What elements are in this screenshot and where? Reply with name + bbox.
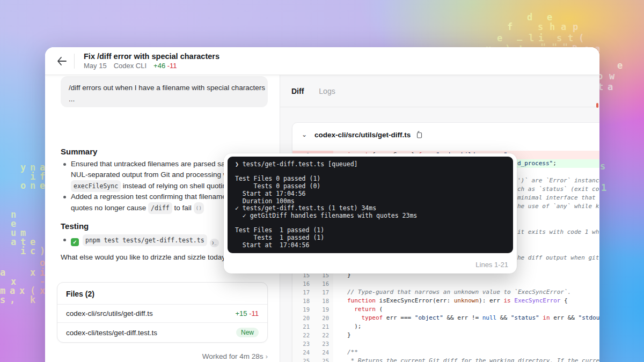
old-line-number: 19 xyxy=(292,305,314,314)
new-file-badge: New xyxy=(236,328,259,337)
old-line-number: 20 xyxy=(292,314,314,322)
code-line xyxy=(333,279,347,288)
file-path: codex-cli/tests/get-diff.test.ts xyxy=(66,329,157,337)
diff-panel-tabs: Diff Logs xyxy=(280,75,599,107)
code-token: minimal interface that xyxy=(517,194,596,201)
file-diffstat: +15 -11 xyxy=(236,309,259,317)
new-line-number: 24 xyxy=(314,348,333,357)
task-date: May 15 xyxy=(84,62,107,70)
new-line-number: 19 xyxy=(314,305,333,314)
copy-icon[interactable] xyxy=(415,131,422,138)
bullet-text: quotes no longer cause xyxy=(71,204,148,212)
code-token: ); xyxy=(347,323,362,330)
new-line-number: 25 xyxy=(314,357,333,362)
file-row[interactable]: codex-cli/tests/get-diff.test.tsNew xyxy=(57,323,267,342)
inline-code-chip: /diff xyxy=(148,202,172,214)
window-header: Fix /diff error with special characters … xyxy=(45,47,599,75)
old-line-number: 17 xyxy=(292,288,314,297)
bullet-item: Added a regression test confirming that … xyxy=(63,191,245,214)
tab-logs[interactable]: Logs xyxy=(319,87,335,95)
code-token: return xyxy=(354,306,376,313)
code-line-fragment: minimal interface that xyxy=(517,194,596,202)
diff-row: 1818function isExecSyncError(err: unknow… xyxy=(292,297,599,305)
bullet-item: ✓pnpm test tests/get-diff.test.ts❯_ xyxy=(63,234,219,247)
code-token: d_process" xyxy=(517,160,553,167)
code-token: "status" xyxy=(511,314,539,321)
old-line-number: 21 xyxy=(292,322,314,331)
code-line xyxy=(333,339,347,348)
code-token: ExecSyncError xyxy=(514,297,560,304)
code-token: he diff output when git xyxy=(517,254,599,261)
code-line: } xyxy=(333,331,351,339)
code-line: typeof err === "object" && err != null &… xyxy=(333,314,599,322)
testing-heading: Testing xyxy=(61,221,89,231)
code-token: && err != xyxy=(443,314,482,321)
chevron-right-icon: › xyxy=(266,352,268,360)
code-line-fragment: d_process"; xyxy=(517,159,557,168)
title-block: Fix /diff error with special characters … xyxy=(84,52,219,70)
bullet-text: to fail xyxy=(172,204,194,212)
back-arrow-icon xyxy=(56,56,67,66)
back-button[interactable] xyxy=(55,54,69,68)
new-line-number: 18 xyxy=(314,297,333,305)
code-line-fragment: it exits with code 1 wh xyxy=(517,228,599,237)
code-token: null xyxy=(482,314,497,321)
terminal-output: ❯ tests/get-diff.test.ts [queued] Test F… xyxy=(228,157,513,253)
header-divider xyxy=(74,54,75,69)
code-token: ( xyxy=(376,306,383,313)
new-line-number: 17 xyxy=(314,288,333,297)
code-token: err && xyxy=(550,314,579,321)
worked-for-link[interactable]: Worked for 4m 28s› xyxy=(202,352,268,360)
bullet-lines: ✓pnpm test tests/get-diff.test.ts❯_ xyxy=(71,234,219,247)
diff-file-header[interactable]: ⌄ codex-cli/src/utils/get-diff.ts xyxy=(292,123,599,146)
code-token: && xyxy=(496,314,511,321)
diff-file-name: codex-cli/src/utils/get-diff.ts xyxy=(314,131,411,139)
code-line-fragment: ')` are `Error` instance xyxy=(517,176,599,185)
code-token: in xyxy=(543,314,550,321)
code-line-fragment: he use of `any` while k xyxy=(517,202,599,211)
old-line-number: 22 xyxy=(292,331,314,339)
files-card-title: Files (2) xyxy=(57,283,267,305)
code-token: function xyxy=(347,297,376,304)
code-line: function isExecSyncError(err: unknown): … xyxy=(333,297,568,305)
file-row[interactable]: codex-cli/src/utils/get-diff.ts+15 -11 xyxy=(57,305,267,323)
user-message-line1: /diff errors out when I have a filename … xyxy=(69,82,260,93)
code-token: it exits with code 1 wh xyxy=(517,228,599,235)
diff-row: 2525 * Returns the current Git diff for … xyxy=(292,357,599,362)
bullet-text: instead of relying on shell quoting xyxy=(121,182,230,190)
code-token: isExecSyncError(err: xyxy=(376,297,454,304)
code-token: "object" xyxy=(415,314,443,321)
code-token: typeof xyxy=(362,314,383,321)
code-token: ): err xyxy=(479,297,503,304)
file-path: codex-cli/src/utils/get-diff.ts xyxy=(66,309,153,317)
diff-row: 2222} xyxy=(292,331,599,339)
bullet-dot xyxy=(63,196,66,198)
code-token: he use of `any` while k xyxy=(517,203,599,210)
bullet-lines: Added a regression test confirming that … xyxy=(71,191,245,214)
new-line-number: 22 xyxy=(314,331,333,339)
code-token: ')` are `Error` instance xyxy=(517,177,599,184)
code-line: // Type-guard that narrows an unknown va… xyxy=(333,288,571,297)
code-token xyxy=(347,314,362,321)
diff-row: 1616 xyxy=(292,279,599,288)
tab-diff[interactable]: Diff xyxy=(291,87,304,95)
new-line-number: 20 xyxy=(314,314,333,322)
code-reference-badge: () xyxy=(194,202,204,214)
files-card: Files (2) codex-cli/src/utils/get-diff.t… xyxy=(57,282,268,343)
old-line-number: 18 xyxy=(292,297,314,305)
assistant-question: What else would you like to drizzle and … xyxy=(61,253,229,261)
code-token: // Type-guard that narrows an unknown va… xyxy=(347,289,571,295)
code-token: /** xyxy=(347,349,358,356)
old-line-number: 16 xyxy=(292,279,314,288)
diff-row: 1919 return ( xyxy=(292,305,599,314)
new-line-number: 21 xyxy=(314,322,333,331)
chevron-down-icon[interactable]: ⌄ xyxy=(302,131,307,138)
additions-count: +46 xyxy=(153,62,165,70)
scrollbar-deletion-marker xyxy=(596,103,598,108)
test-output-popover: ❯ tests/get-diff.test.ts [queued] Test F… xyxy=(224,153,517,274)
files-list: codex-cli/src/utils/get-diff.ts+15 -11co… xyxy=(57,305,267,342)
inline-code-chip: pnpm test tests/get-diff.test.ts xyxy=(83,234,207,246)
code-token xyxy=(347,306,354,313)
user-message-bubble: /diff errors out when I have a filename … xyxy=(61,76,268,107)
code-line-fragment: ch as `status` (exit co xyxy=(517,185,599,194)
